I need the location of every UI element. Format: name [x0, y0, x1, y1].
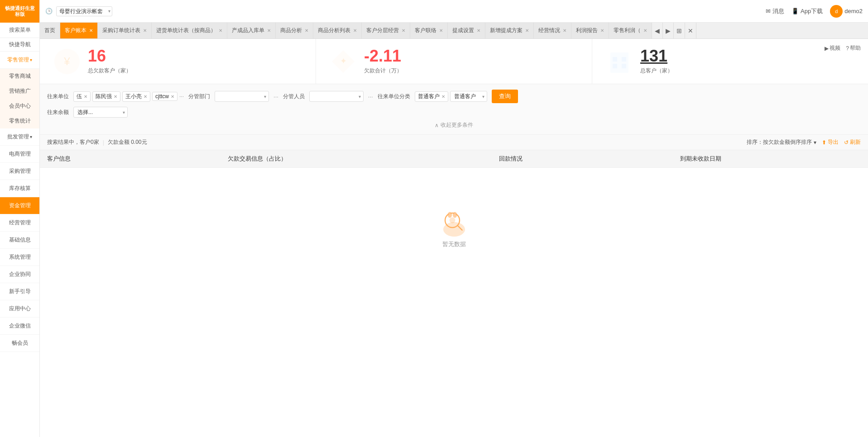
sidebar-item-member[interactable]: 会员中心 — [0, 99, 39, 114]
tab-close-icon[interactable]: ✕ — [525, 28, 529, 33]
tab-product-list[interactable]: 商品分析列表 ✕ — [313, 23, 362, 39]
refresh-btn[interactable]: ↺ 刷新 — [844, 138, 861, 146]
sidebar-search[interactable]: 搜索菜单 — [0, 23, 39, 38]
stat-values-1: 16 总欠款客户（家） — [88, 48, 131, 75]
tab-expand-btn[interactable]: ⊞ — [674, 23, 685, 39]
tag-close-icon[interactable]: ✕ — [441, 94, 445, 99]
export-btn[interactable]: ⬆ 导出 — [822, 138, 839, 146]
filter-tag-wu[interactable]: 伍 ✕ — [73, 91, 91, 102]
person-more-dots[interactable]: ··· — [368, 93, 373, 100]
tab-profit-report[interactable]: 利润报告 ✕ — [571, 23, 609, 39]
tab-product-analysis[interactable]: 商品分析 ✕ — [276, 23, 313, 39]
tab-label: 提成设置 — [452, 27, 474, 34]
tag-close-icon[interactable]: ✕ — [144, 94, 147, 99]
tab-close-icon[interactable]: ✕ — [439, 28, 443, 33]
industry-select[interactable]: 母婴行业演示帐套 — [56, 6, 112, 16]
tab-close-all-btn[interactable]: ✕ — [685, 23, 696, 39]
sidebar-item-marketing[interactable]: 营销推广 — [0, 84, 39, 99]
tab-close-icon[interactable]: ✕ — [267, 28, 271, 33]
results-bar: 搜索结果中，客户0家 | 欠款金额 0.00元 排序：按欠款金额倒序排序 ▾ ⬆… — [40, 135, 868, 150]
tab-cost-inbound[interactable]: 产成品入库单 ✕ — [227, 23, 276, 39]
balance-select[interactable]: 选择... — [73, 107, 128, 118]
chevron-icon: ▾ — [30, 57, 32, 62]
sidebar-item-sys-mgmt[interactable]: 系统管理 — [0, 249, 39, 266]
industry-select-wrapper[interactable]: 母婴行业演示帐套 — [56, 6, 112, 16]
tab-label: 客户联络 — [415, 27, 436, 34]
tag-close-icon[interactable]: ✕ — [84, 94, 87, 99]
tab-customer-book[interactable]: 客户账本 ✕ — [60, 23, 98, 39]
sidebar-item-ecommerce[interactable]: 电商管理 — [0, 146, 39, 163]
tab-close-icon[interactable]: ✕ — [643, 28, 647, 33]
tab-operations[interactable]: 经营情况 ✕ — [534, 23, 571, 39]
filter-tag-category[interactable]: 普通客户 ✕ — [415, 91, 448, 102]
logo-text: 畅捷通好生意 标版 — [5, 5, 35, 17]
sidebar-item-zero-retail[interactable]: 零售管理 ▾ — [0, 52, 39, 69]
tab-new-promo[interactable]: 新增提成方案 ✕ — [485, 23, 534, 39]
sidebar-item-purchase[interactable]: 采购管理 — [0, 163, 39, 180]
sidebar-item-basic-info[interactable]: 基础信息 — [0, 232, 39, 249]
tab-customer-contact[interactable]: 客户联络 ✕ — [410, 23, 448, 39]
sidebar-item-vip[interactable]: 畅会员 — [0, 335, 39, 352]
sidebar-item-inventory[interactable]: 库存核算 — [0, 180, 39, 197]
tab-close-icon[interactable]: ✕ — [402, 28, 405, 33]
tab-next-btn[interactable]: ▶ — [663, 23, 674, 39]
collapse-btn[interactable]: ∧ 收起更多条件 — [47, 121, 861, 129]
svg-rect-7 — [613, 64, 617, 68]
tag-close-icon[interactable]: ✕ — [171, 94, 174, 99]
sort-select[interactable]: 排序：按欠款金额倒序排序 ▾ — [747, 138, 816, 146]
sidebar-item-zero-shop[interactable]: 零售商城 — [0, 69, 39, 84]
balance-select-wrapper[interactable]: 选择... — [73, 107, 128, 118]
tag-close-icon[interactable]: ✕ — [114, 94, 117, 99]
sidebar-item-new-guide[interactable]: 新手引导 — [0, 283, 39, 300]
category-select-wrapper[interactable]: 普通客户 — [450, 91, 487, 102]
tab-purchase-order[interactable]: 采购订单统计表 ✕ — [98, 23, 152, 39]
category-select[interactable]: 普通客户 — [450, 91, 487, 102]
dept-filter-label: 分管部门 — [188, 93, 210, 100]
svg-rect-6 — [622, 57, 626, 62]
filter-tag-wang[interactable]: 王小亮 ✕ — [122, 91, 150, 102]
tab-close-icon[interactable]: ✕ — [143, 28, 147, 33]
tab-home[interactable]: 首页 — [40, 23, 60, 39]
tab-close-icon[interactable]: ✕ — [219, 28, 222, 33]
tab-prev-btn[interactable]: ◀ — [652, 23, 663, 39]
filter-area: 往来单位 伍 ✕ 陈民强 ✕ 王小亮 ✕ — [40, 84, 868, 135]
tab-label: 经营情况 — [538, 27, 560, 34]
sidebar-quick-nav[interactable]: 快捷导航 — [0, 38, 39, 52]
person-select-wrapper[interactable] — [309, 91, 364, 102]
tab-close-icon[interactable]: ✕ — [353, 28, 357, 33]
sidebar-item-wholesale[interactable]: 批发管理 ▾ — [0, 128, 39, 146]
sidebar-item-ops-mgmt[interactable]: 经营管理 — [0, 214, 39, 232]
sidebar-item-enterprise[interactable]: 企业协同 — [0, 266, 39, 283]
user-avatar-btn[interactable]: d demo2 — [830, 5, 863, 18]
tab-retail-profit[interactable]: 零售利润（ ✕ — [609, 23, 652, 39]
sidebar-item-finance[interactable]: 资金管理 — [0, 197, 39, 214]
query-button[interactable]: 查询 — [492, 90, 518, 103]
filter-row-1: 往来单位 伍 ✕ 陈民强 ✕ 王小亮 ✕ — [47, 90, 861, 103]
sidebar-item-corp-wx[interactable]: 企业微信 — [0, 318, 39, 335]
sidebar-item-retail-stat[interactable]: 零售统计 — [0, 114, 39, 128]
person-select[interactable] — [309, 91, 364, 102]
app-download-btn[interactable]: 📱 App下载 — [791, 7, 823, 15]
dept-select[interactable] — [215, 91, 269, 102]
sidebar-item-app-center[interactable]: 应用中心 — [0, 300, 39, 318]
tab-promo-settings[interactable]: 提成设置 ✕ — [448, 23, 485, 39]
dept-more-dots[interactable]: ··· — [273, 93, 278, 100]
filter-row-2: 往来余额 选择... — [47, 107, 861, 118]
tab-inbound-stats[interactable]: 进货单统计表（按商品） ✕ — [152, 23, 227, 39]
dept-select-wrapper[interactable] — [215, 91, 269, 102]
tab-customer-tier[interactable]: 客户分层经营 ✕ — [362, 23, 410, 39]
tag-text: cjttcw — [155, 93, 169, 100]
filter-more-btn[interactable]: ··· — [179, 93, 184, 100]
help-btn[interactable]: ? 帮助 — [846, 44, 861, 52]
tab-label: 商品分析 — [280, 27, 302, 34]
video-help-btn[interactable]: ▶ 视频 — [825, 44, 840, 52]
tab-close-icon[interactable]: ✕ — [600, 28, 604, 33]
filter-tag-cjttcw[interactable]: cjttcw ✕ — [152, 92, 177, 101]
tab-close-icon[interactable]: ✕ — [477, 28, 480, 33]
tab-close-icon[interactable]: ✕ — [563, 28, 566, 33]
tab-close-icon[interactable]: ✕ — [305, 28, 308, 33]
tab-label: 客户分层经营 — [366, 27, 399, 34]
filter-tag-chen[interactable]: 陈民强 ✕ — [92, 91, 120, 102]
tab-close-icon[interactable]: ✕ — [89, 28, 93, 33]
messages-btn[interactable]: ✉ 消息 — [766, 7, 784, 15]
